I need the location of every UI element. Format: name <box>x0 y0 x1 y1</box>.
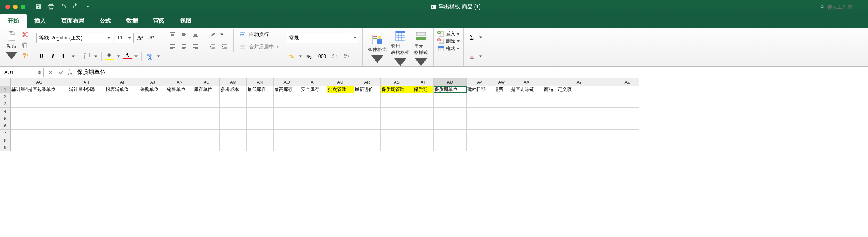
save-icon[interactable] <box>35 3 42 11</box>
cell[interactable]: 运费 <box>493 86 510 93</box>
col-header[interactable]: AP <box>300 78 327 86</box>
fx-label[interactable]: fx <box>67 69 74 76</box>
cell[interactable] <box>11 100 68 108</box>
cell[interactable] <box>68 144 105 151</box>
cell[interactable]: 最高库存 <box>274 86 300 93</box>
decrease-decimal-button[interactable]: .00.0 <box>342 52 352 61</box>
cell[interactable] <box>11 108 68 115</box>
cell[interactable] <box>616 115 639 122</box>
cell[interactable] <box>616 137 639 144</box>
cell[interactable] <box>105 137 139 144</box>
tab-数据[interactable]: 数据 <box>119 14 146 28</box>
cell[interactable] <box>510 115 543 122</box>
cell[interactable] <box>467 100 493 108</box>
cell[interactable] <box>381 137 413 144</box>
cell[interactable] <box>493 100 510 108</box>
tab-插入[interactable]: 插入 <box>27 14 54 28</box>
cell[interactable] <box>354 115 381 122</box>
cell[interactable]: 库存单位 <box>193 86 220 93</box>
cell[interactable] <box>510 108 543 115</box>
cell[interactable] <box>543 122 616 130</box>
number-format-combo[interactable]: 常规 <box>287 33 359 43</box>
worksheet[interactable]: 123456789 AGAHAIAJAKALAMANAOAPAQARASATAU… <box>0 78 868 151</box>
row-header[interactable]: 4 <box>0 108 11 115</box>
autosum-dropdown[interactable] <box>478 36 483 39</box>
cell[interactable]: 辅计量4是否包装单位 <box>11 86 68 93</box>
col-header[interactable]: AV <box>467 78 493 86</box>
row-header[interactable]: 6 <box>0 122 11 130</box>
italic-button[interactable]: I <box>48 52 58 61</box>
cell[interactable] <box>68 93 105 100</box>
cell[interactable] <box>327 130 354 137</box>
cell[interactable] <box>139 115 166 122</box>
cell[interactable] <box>543 144 616 151</box>
cell[interactable] <box>300 144 327 151</box>
fill-color-button[interactable] <box>105 52 115 61</box>
cell[interactable] <box>467 93 493 100</box>
cell[interactable] <box>300 115 327 122</box>
cell[interactable] <box>220 137 247 144</box>
format-painter-button[interactable] <box>20 51 30 61</box>
cell[interactable] <box>434 93 467 100</box>
cell[interactable] <box>274 108 300 115</box>
cell[interactable] <box>434 144 467 151</box>
cell[interactable] <box>105 93 139 100</box>
wrap-text-button[interactable]: 自动换行 <box>249 31 269 38</box>
tab-页面布局[interactable]: 页面布局 <box>54 14 92 28</box>
col-header[interactable]: AO <box>274 78 300 86</box>
cell[interactable] <box>543 100 616 108</box>
col-header[interactable]: AN <box>247 78 274 86</box>
cell[interactable] <box>493 130 510 137</box>
cell[interactable]: 销售单位 <box>166 86 193 93</box>
tab-公式[interactable]: 公式 <box>92 14 119 28</box>
cell[interactable] <box>354 137 381 144</box>
cell[interactable] <box>327 100 354 108</box>
cell[interactable] <box>434 137 467 144</box>
cell[interactable]: 参考成本 <box>220 86 247 93</box>
cell[interactable] <box>11 115 68 122</box>
cell[interactable]: 建档日期 <box>467 86 493 93</box>
currency-dropdown[interactable] <box>298 55 303 58</box>
cell[interactable] <box>68 108 105 115</box>
cell[interactable] <box>467 144 493 151</box>
name-box[interactable]: AU1 <box>2 68 44 77</box>
cell[interactable] <box>327 137 354 144</box>
cancel-formula-button[interactable] <box>45 68 56 77</box>
cell[interactable] <box>220 100 247 108</box>
cell[interactable] <box>381 144 413 151</box>
cell[interactable] <box>193 137 220 144</box>
undo-icon[interactable] <box>60 3 67 11</box>
cell[interactable] <box>247 115 274 122</box>
formula-input[interactable]: 保质期单位 <box>74 67 868 78</box>
select-all-corner[interactable] <box>0 78 11 86</box>
col-header[interactable]: AU <box>434 78 467 86</box>
cell[interactable] <box>354 130 381 137</box>
cell[interactable] <box>543 137 616 144</box>
cell[interactable] <box>381 108 413 115</box>
cell[interactable] <box>300 108 327 115</box>
merge-center-button[interactable]: 合并后居中 <box>249 43 274 50</box>
cell[interactable] <box>354 122 381 130</box>
align-middle-button[interactable] <box>179 30 189 39</box>
cell[interactable] <box>105 122 139 130</box>
accept-formula-button[interactable] <box>56 68 67 77</box>
cell[interactable] <box>413 93 434 100</box>
cell[interactable] <box>139 122 166 130</box>
shrink-font-button[interactable]: A▾ <box>147 33 157 43</box>
autosum-button[interactable]: Σ <box>467 33 477 42</box>
cell[interactable] <box>166 100 193 108</box>
cell[interactable] <box>354 144 381 151</box>
cell[interactable]: 报表辅单位 <box>105 86 139 93</box>
cell[interactable] <box>193 115 220 122</box>
cell[interactable] <box>413 137 434 144</box>
col-header[interactable]: AT <box>413 78 434 86</box>
cell[interactable] <box>166 108 193 115</box>
cell[interactable] <box>543 108 616 115</box>
row-header[interactable]: 2 <box>0 93 11 100</box>
print-icon[interactable] <box>47 3 54 11</box>
cell[interactable] <box>354 108 381 115</box>
row-header[interactable]: 3 <box>0 100 11 108</box>
cell[interactable] <box>193 93 220 100</box>
merge-dropdown[interactable] <box>275 45 280 48</box>
borders-dropdown[interactable] <box>93 55 98 58</box>
